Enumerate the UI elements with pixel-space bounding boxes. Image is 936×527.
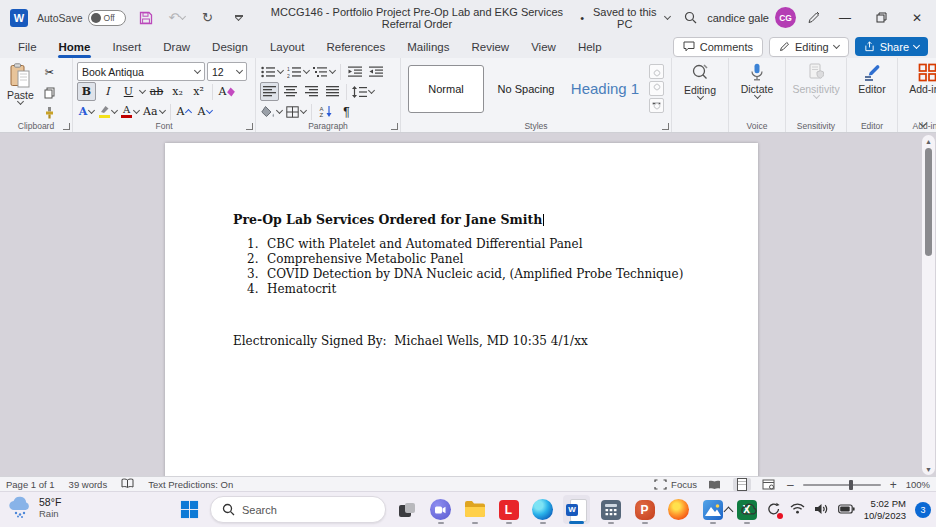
onedrive-icon[interactable] [741,503,758,517]
justify-button[interactable] [323,82,342,101]
focus-button[interactable]: Focus [654,479,697,490]
proofing-icon[interactable] [121,478,134,491]
web-layout-button[interactable] [760,478,778,491]
scroll-down-icon[interactable]: ▼ [925,463,932,475]
tray-expand-icon[interactable] [723,506,733,516]
zoom-out-button[interactable]: – [787,478,794,492]
sort-button[interactable]: AZ [316,102,335,121]
paragraph-dialog-launcher[interactable] [391,123,398,130]
tab-draw[interactable]: Draw [153,38,200,56]
clipboard-dialog-launcher[interactable] [63,123,70,130]
battery-icon[interactable] [838,504,855,516]
font-color-button[interactable]: A [120,102,140,121]
underline-dropdown[interactable] [139,86,146,93]
save-icon[interactable] [135,7,157,29]
print-layout-button[interactable] [733,478,751,491]
editing-group-button[interactable]: Editing [675,61,725,101]
vertical-scrollbar[interactable]: ▲ ▼ [922,135,935,475]
show-hide-pilcrow-button[interactable]: ¶ [337,102,356,121]
zoom-level[interactable]: 100% [906,479,930,490]
read-mode-button[interactable] [706,478,724,491]
tab-help[interactable]: Help [568,38,612,56]
zoom-in-button[interactable]: + [890,478,897,492]
share-button[interactable]: Share [855,37,928,56]
pen-icon[interactable] [802,7,824,29]
powerpoint-button[interactable]: P [631,495,658,524]
tab-review[interactable]: Review [461,38,519,56]
align-right-button[interactable] [302,82,321,101]
editing-mode-button[interactable]: Editing [769,37,849,57]
avatar[interactable]: CG [775,7,796,28]
saved-status[interactable]: Saved to this PC [589,6,660,30]
scrollbar-thumb[interactable] [925,148,932,256]
word-count[interactable]: 39 words [69,479,108,490]
undo-icon[interactable]: ↶ [166,7,188,29]
minimize-button[interactable]: — [830,5,860,31]
font-dialog-launcher[interactable] [246,123,253,130]
tab-references[interactable]: References [316,38,395,56]
tab-insert[interactable]: Insert [102,38,151,56]
font-family-select[interactable]: Book Antiqua [77,62,205,81]
firefox-button[interactable] [665,495,692,524]
photos-button[interactable] [699,495,726,524]
search-icon[interactable] [679,7,701,29]
restore-button[interactable] [866,5,896,31]
wifi-icon[interactable] [790,503,805,516]
task-view-button[interactable] [393,495,420,524]
weather-widget[interactable]: 58°F Rain [8,495,61,520]
increase-indent-button[interactable] [366,62,385,81]
style-heading-1[interactable]: Heading 1 [568,66,642,112]
tab-home[interactable]: Home [49,38,101,56]
style-no-spacing[interactable]: No Spacing [489,66,563,112]
borders-button[interactable] [285,102,307,121]
font-size-select[interactable]: 12 [207,62,247,81]
autosave-toggle[interactable]: AutoSave Off [37,10,126,26]
editor-button[interactable]: Editor [850,61,894,97]
multilevel-list-button[interactable] [312,62,336,81]
tab-file[interactable]: File [8,38,47,56]
volume-icon[interactable] [814,503,829,517]
styles-scroll-down[interactable] [649,81,664,96]
l-app-button[interactable]: L [495,495,522,524]
styles-dialog-launcher[interactable] [662,123,669,130]
scroll-up-icon[interactable]: ▲ [925,135,932,147]
styles-more-button[interactable] [649,98,664,113]
underline-button[interactable]: U [119,82,138,101]
redo-icon[interactable]: ↻ [197,7,219,29]
sync-update-icon[interactable] [767,502,781,518]
shading-button[interactable] [260,102,283,121]
taskbar-search[interactable]: Search [210,496,386,523]
word-app-icon[interactable]: W [10,9,28,27]
text-effects-button[interactable]: A [77,102,96,121]
clock[interactable]: 5:02 PM 10/9/2023 [864,498,906,522]
paste-button[interactable]: Paste [3,61,38,122]
customize-quick-access-icon[interactable] [228,7,250,29]
zoom-slider[interactable] [803,484,881,486]
addins-button[interactable]: Add-ins [901,61,936,97]
tab-mailings[interactable]: Mailings [397,38,459,56]
line-spacing-button[interactable] [351,82,375,101]
tab-view[interactable]: View [521,38,566,56]
notification-badge[interactable]: 3 [915,502,931,518]
close-button[interactable]: ✕ [902,5,932,31]
shrink-font-button[interactable]: A [196,102,215,121]
tab-layout[interactable]: Layout [260,38,315,56]
tab-design[interactable]: Design [202,38,258,56]
clear-formatting-button[interactable]: A [217,82,236,101]
start-button[interactable] [176,495,203,524]
copy-button[interactable] [40,83,59,102]
bold-button[interactable]: B [77,82,96,101]
format-painter-button[interactable] [40,103,59,122]
comments-button[interactable]: Comments [673,37,763,57]
decrease-indent-button[interactable] [345,62,364,81]
style-normal[interactable]: Normal [408,65,484,113]
autosave-switch[interactable]: Off [88,10,126,26]
zoom-slider-thumb[interactable] [849,480,853,490]
subscript-button[interactable]: x₂ [168,82,187,101]
cut-button[interactable]: ✂ [40,63,59,82]
highlight-color-button[interactable] [98,102,118,121]
superscript-button[interactable]: x² [189,82,208,101]
calculator-button[interactable] [597,495,624,524]
numbering-button[interactable]: 12 [286,62,310,81]
edge-button[interactable] [529,495,556,524]
